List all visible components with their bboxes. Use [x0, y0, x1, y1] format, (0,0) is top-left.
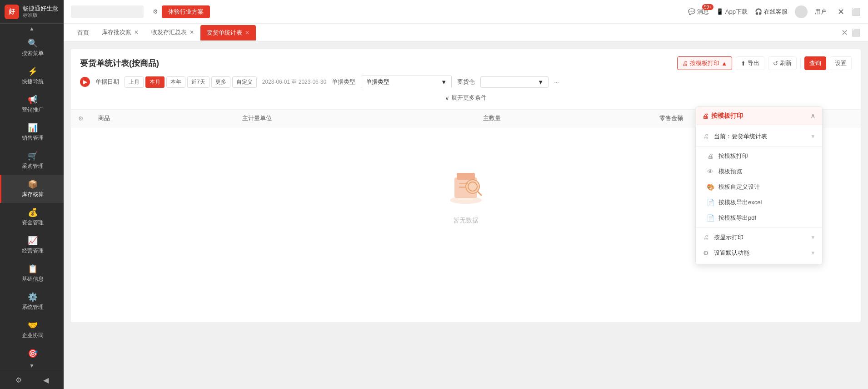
sidebar-item-system-label: 系统管理 — [22, 303, 44, 311]
sidebar-sound-btn[interactable]: ◀ — [43, 376, 49, 384]
basic-icon: 📋 — [28, 264, 38, 274]
current-template-arrow: ▼ — [810, 133, 816, 140]
sidebar-item-shortcut[interactable]: ⚡ 快捷导航 — [0, 62, 64, 90]
current-template-item[interactable]: 🖨 当前：要货单统计表 ▼ — [696, 129, 822, 144]
order-type-select[interactable]: 单据类型 ▼ — [361, 76, 452, 88]
topbar: ⚙ 体验行业方案 💬 消息 99+ 📱 App下载 🎧 在线客服 用户 ✕ ⬜ — [64, 0, 868, 24]
sidebar-item-basic-label: 基础信息 — [22, 275, 44, 283]
tab-receipt-close[interactable]: ✕ — [190, 29, 194, 35]
date-btn-last-month[interactable]: 上月 — [125, 76, 144, 88]
refresh-label: 刷新 — [780, 59, 792, 67]
sidebar-item-basic[interactable]: 📋 基础信息 — [0, 259, 64, 288]
online-service-btn[interactable]: 🎧 在线客服 — [755, 8, 788, 16]
sidebar-item-operation[interactable]: 📈 经营管理 — [0, 231, 64, 259]
window-close-btn[interactable]: ✕ — [838, 7, 844, 17]
tab-order-summary[interactable]: 要货单统计表 ✕ — [200, 25, 256, 40]
tab-home[interactable]: 首页 — [71, 25, 95, 40]
expand-conditions-btn[interactable]: ∨ 展开更多条件 — [440, 92, 491, 104]
template-preview-item[interactable]: 👁 模板预览 — [696, 164, 822, 179]
print-template-btn[interactable]: 🖨 按模板打印 ▲ — [677, 56, 732, 70]
date-btn-this-month[interactable]: 本月 — [145, 76, 165, 88]
print-template-label: 按模板打印 — [690, 59, 719, 67]
tab-receipt-summary[interactable]: 收发存汇总表 ✕ — [145, 25, 200, 41]
date-btn-this-year[interactable]: 本年 — [166, 76, 185, 88]
date-btn-custom[interactable]: 自定义 — [232, 76, 257, 88]
settings-btn[interactable]: 设置 — [830, 56, 852, 70]
guide-icon: 🎯 — [28, 349, 38, 359]
more-icon[interactable]: ··· — [554, 79, 559, 86]
template-print-icon: 🖨 — [707, 152, 714, 160]
user-avatar[interactable] — [795, 5, 808, 18]
tabs-bar: 首页 库存批次账 ✕ 收发存汇总表 ✕ 要货单统计表 ✕ ✕ ⬜ — [64, 24, 868, 42]
col-settings[interactable]: ⚙ — [71, 110, 91, 127]
app-subtitle: 标准版 — [23, 12, 58, 18]
order-type-label: 单据类型 — [332, 78, 355, 86]
empty-icon — [443, 164, 489, 209]
order-type-placeholder: 单据类型 — [366, 78, 389, 86]
tab-expand-btn[interactable]: ⬜ — [852, 28, 861, 37]
sidebar-bottom: ⚙ ◀ — [0, 371, 64, 389]
sidebar-scroll-down[interactable]: ▼ — [0, 361, 64, 371]
export-btn[interactable]: ⬆ 导出 — [736, 56, 764, 70]
trial-button[interactable]: 体验行业方案 — [162, 5, 210, 18]
sidebar-item-purchase[interactable]: 🛒 采购管理 — [0, 147, 64, 175]
sidebar-item-search[interactable]: 🔍 搜索菜单 — [0, 34, 64, 62]
template-export-excel-item[interactable]: 📄 按模板导出excel — [696, 195, 822, 210]
display-print-arrow: ▼ — [810, 234, 816, 241]
topbar-gear-icon[interactable]: ⚙ — [153, 8, 158, 15]
app-title: 畅捷通好生意 — [23, 5, 58, 12]
print-icon: 🖨 — [682, 60, 688, 67]
operation-icon: 📈 — [28, 236, 38, 246]
messages-btn[interactable]: 💬 消息 99+ — [688, 8, 709, 16]
display-print-label: 按显示打印 — [714, 233, 806, 242]
export-excel-icon: 📄 — [707, 199, 714, 206]
template-design-item[interactable]: 🎨 模板自定义设计 — [696, 179, 822, 195]
refresh-btn[interactable]: ↺ 刷新 — [768, 56, 797, 70]
sidebar: 好 畅捷通好生意 标准版 ▲ 🔍 搜索菜单 ⚡ 快捷导航 📢 营销推广 📊 销售… — [0, 0, 64, 389]
app-download-btn[interactable]: 📱 App下载 — [716, 8, 748, 16]
sidebar-item-collab[interactable]: 🤝 企业协同 — [0, 316, 64, 344]
tab-order-close[interactable]: ✕ — [245, 30, 249, 36]
finance-icon: 💰 — [28, 207, 38, 217]
svg-rect-7 — [459, 187, 465, 188]
filter-collapse-btn[interactable]: ▶ — [80, 77, 90, 87]
filter-section: ▶ 单据日期 上月 本月 本年 近7天 更多 自定义 2023-06-01 至 … — [71, 70, 861, 110]
expand-icon: ∨ — [445, 95, 449, 101]
sidebar-item-system[interactable]: ⚙️ 系统管理 — [0, 288, 64, 316]
sidebar-item-sales[interactable]: 📊 销售管理 — [0, 118, 64, 147]
template-export-pdf-item[interactable]: 📄 按模板导出pdf — [696, 210, 822, 226]
sidebar-settings-btn[interactable]: ⚙ — [15, 376, 22, 384]
default-func-item[interactable]: ⚙ 设置默认功能 ▼ — [696, 245, 822, 261]
tab-batch-label: 库存批次账 — [102, 28, 131, 36]
logo-icon: 好 — [5, 5, 19, 19]
sidebar-scroll-up[interactable]: ▲ — [0, 24, 64, 34]
print-dropdown-header: 🖨 按模板打印 ∧ — [696, 107, 822, 125]
query-btn[interactable]: 查询 — [804, 56, 826, 70]
date-btn-7days[interactable]: 近7天 — [187, 76, 210, 88]
page-header: 要货单统计表(按商品) 🖨 按模板打印 ▲ ⬆ 导出 ↺ 刷新 — [71, 49, 861, 70]
default-func-label: 设置默认功能 — [714, 249, 806, 257]
display-print-item[interactable]: 🖨 按显示打印 ▼ — [696, 230, 822, 245]
badge-count: 99+ — [702, 4, 713, 10]
export-icon: ⬆ — [741, 60, 746, 67]
default-func-arrow: ▼ — [810, 250, 816, 256]
topbar-search-box[interactable] — [71, 5, 144, 18]
tab-batch-close[interactable]: ✕ — [134, 29, 139, 35]
warehouse-select[interactable]: ▼ — [480, 76, 549, 88]
current-template-icon: 🖨 — [702, 133, 709, 140]
template-print-label: 按模板打印 — [718, 152, 748, 160]
print-dropdown-body: 🖨 当前：要货单统计表 ▼ 🖨 按模板打印 👁 模板预览 — [696, 125, 822, 264]
date-btn-more[interactable]: 更多 — [211, 76, 230, 88]
tab-batch[interactable]: 库存批次账 ✕ — [95, 25, 145, 41]
window-maximize-btn[interactable]: ⬜ — [852, 7, 861, 16]
sidebar-item-marketing[interactable]: 📢 营销推广 — [0, 90, 64, 118]
print-dropdown-close-btn[interactable]: ∧ — [810, 111, 816, 120]
tab-close-all-btn[interactable]: ✕ — [841, 28, 848, 38]
dropdown-divider-1 — [696, 146, 822, 147]
sidebar-item-inventory[interactable]: 📦 库存核算 — [0, 175, 64, 203]
table-settings-icon[interactable]: ⚙ — [78, 115, 84, 122]
sidebar-item-finance[interactable]: 💰 资金管理 — [0, 203, 64, 231]
warehouse-chevron: ▼ — [538, 79, 544, 86]
sidebar-item-guide[interactable]: 🎯 新手引导 — [0, 344, 64, 361]
template-print-item[interactable]: 🖨 按模板打印 — [696, 148, 822, 164]
